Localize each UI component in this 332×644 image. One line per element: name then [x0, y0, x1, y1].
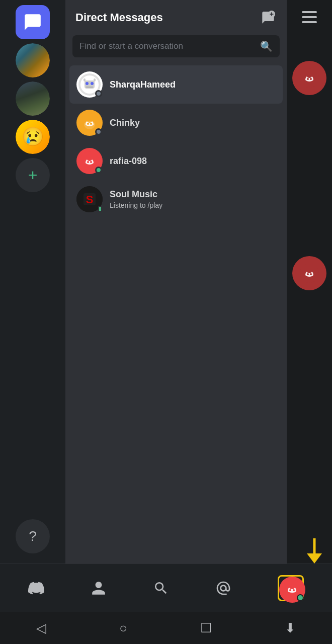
right-panel	[287, 0, 332, 564]
svg-point-22	[307, 78, 309, 80]
nav-item-friends[interactable]	[86, 575, 112, 601]
svg-point-25	[307, 273, 309, 275]
svg-point-4	[86, 82, 89, 85]
avatar-rafia	[76, 148, 103, 174]
conv-name-sharqa: SharqaHameed	[110, 79, 176, 90]
conversation-item-soul[interactable]: S Soul Music Listening to /play	[69, 180, 283, 218]
plus-icon: +	[28, 166, 38, 185]
friends-icon	[91, 580, 107, 596]
svg-point-5	[91, 82, 94, 85]
avatar-soul: S	[76, 186, 103, 212]
profile-status-dot	[297, 594, 304, 601]
svg-point-13	[87, 161, 89, 163]
search-bar[interactable]: Find or start a conversation 🔍	[72, 35, 280, 57]
hamburger-icon	[302, 11, 317, 23]
server-icon-1[interactable]	[16, 43, 50, 77]
avatar-chinky	[76, 110, 103, 136]
conv-info-rafia: rafia-098	[110, 156, 147, 167]
profile-avatar-container	[278, 575, 304, 601]
conversation-item-sharqa[interactable]: SharqaHameed	[69, 65, 283, 104]
svg-point-10	[87, 123, 89, 125]
svg-rect-6	[86, 87, 93, 88]
conv-name-chinky: Chinky	[110, 118, 140, 128]
server-sidebar: 😢 + ?	[0, 0, 65, 564]
status-dot-sharqa	[95, 90, 102, 97]
hamburger-menu-button[interactable]	[298, 7, 321, 31]
server-icon-2[interactable]	[16, 82, 50, 116]
svg-rect-19	[302, 16, 317, 18]
right-server-icon-1[interactable]	[292, 61, 326, 95]
mentions-icon	[215, 580, 231, 596]
main-area: 😢 + ? Direct Messages	[0, 0, 332, 564]
discord-server-2-icon	[300, 264, 319, 283]
server-icon-3[interactable]: 😢	[16, 120, 50, 154]
dm-panel-title: Direct Messages	[75, 11, 163, 24]
conv-info-chinky: Chinky	[110, 118, 140, 128]
svg-point-31	[293, 589, 295, 591]
header-icons	[260, 9, 277, 26]
status-dot-soul-mobile	[98, 206, 102, 212]
svg-point-23	[310, 78, 312, 80]
conv-name-soul: Soul Music	[110, 189, 162, 200]
nav-item-search[interactable]	[148, 575, 174, 601]
svg-point-26	[310, 273, 312, 275]
bottom-nav	[0, 564, 332, 612]
android-home-button[interactable]: ○	[119, 620, 127, 636]
search-placeholder-text: Find or start a conversation	[79, 41, 255, 51]
svg-text:S: S	[86, 193, 94, 206]
search-icon: 🔍	[260, 40, 273, 52]
new-dm-button[interactable]	[260, 9, 277, 26]
conversation-item-chinky[interactable]: Chinky	[69, 104, 283, 142]
svg-rect-8	[94, 78, 96, 82]
svg-point-14	[90, 161, 92, 163]
nav-item-mentions[interactable]	[210, 575, 236, 601]
android-nav: ◁ ○ ☐ ⬇	[0, 612, 332, 644]
yellow-arrow-indicator	[307, 538, 322, 564]
svg-rect-18	[302, 11, 317, 13]
conversation-list: SharqaHameed	[65, 63, 287, 564]
dm-panel: Direct Messages Find or start a conversa…	[65, 0, 287, 564]
android-download-button[interactable]: ⬇	[285, 620, 296, 636]
avatar-sharqa	[76, 71, 103, 98]
status-dot-chinky	[95, 128, 102, 135]
discord-home-icon	[28, 580, 44, 596]
question-icon: ?	[29, 528, 37, 544]
dm-header: Direct Messages	[65, 0, 287, 35]
help-button[interactable]: ?	[16, 519, 50, 553]
right-server-icon-2[interactable]	[292, 256, 326, 290]
conv-status-soul: Listening to /play	[110, 201, 162, 209]
svg-rect-20	[302, 21, 317, 23]
svg-point-30	[289, 589, 291, 591]
search-nav-icon	[153, 580, 169, 596]
nav-item-profile[interactable]	[273, 570, 309, 606]
discord-dm-icon	[23, 13, 42, 32]
discord-server-1-icon	[300, 68, 319, 88]
conv-name-rafia: rafia-098	[110, 156, 147, 167]
svg-point-11	[90, 123, 92, 125]
android-recents-button[interactable]: ☐	[200, 620, 212, 636]
status-dot-rafia	[95, 167, 102, 174]
svg-rect-7	[84, 78, 86, 82]
conv-info-sharqa: SharqaHameed	[110, 79, 176, 90]
new-dm-icon	[261, 11, 275, 25]
conv-info-soul: Soul Music Listening to /play	[110, 189, 162, 209]
yellow-arrow-icon	[307, 538, 322, 564]
home-icon-button[interactable]	[16, 5, 50, 39]
add-server-button[interactable]: +	[16, 158, 50, 192]
svg-marker-28	[307, 553, 322, 564]
app-container: 😢 + ? Direct Messages	[0, 0, 332, 644]
nav-item-home[interactable]	[23, 575, 49, 601]
android-back-button[interactable]: ◁	[36, 620, 46, 636]
conversation-item-rafia[interactable]: rafia-098	[69, 142, 283, 180]
